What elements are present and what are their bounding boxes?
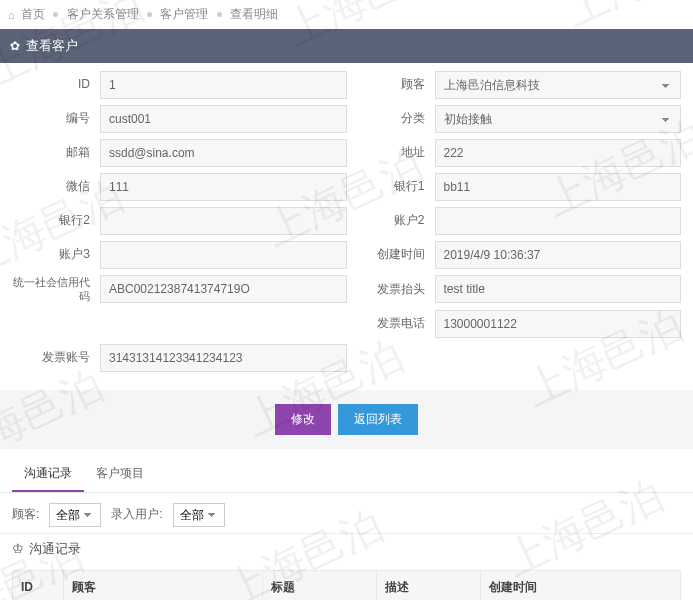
filter-consultant-select[interactable]: 全部 xyxy=(49,503,101,527)
input-email[interactable] xyxy=(100,139,347,167)
filter-user-label: 录入用户: xyxy=(111,506,162,523)
input-uscc[interactable] xyxy=(100,275,347,303)
th-created[interactable]: 创建时间 xyxy=(480,570,680,600)
th-desc[interactable]: 描述 xyxy=(377,570,481,600)
input-invoice-title[interactable] xyxy=(435,275,682,303)
input-bank2[interactable] xyxy=(100,207,347,235)
breadcrumb: ⌂ 首页 客户关系管理 客户管理 查看明细 xyxy=(0,0,693,29)
table-header-row: ID 顾客 标题 描述 创建时间 xyxy=(13,570,681,600)
input-wechat[interactable] xyxy=(100,173,347,201)
label-email: 邮箱 xyxy=(12,145,100,161)
filter-bar: 顾客: 全部 录入用户: 全部 xyxy=(0,493,693,533)
separator-icon xyxy=(217,12,222,17)
input-bank1[interactable] xyxy=(435,173,682,201)
label-acct2: 账户2 xyxy=(347,213,435,229)
select-category[interactable]: 初始接触 xyxy=(435,105,682,133)
home-icon: ⌂ xyxy=(8,9,15,21)
input-address[interactable] xyxy=(435,139,682,167)
th-id[interactable]: ID xyxy=(13,570,64,600)
label-acct3: 账户3 xyxy=(12,247,100,263)
input-invoice-phone[interactable] xyxy=(435,310,682,338)
input-acct3[interactable] xyxy=(100,241,347,269)
input-acct2[interactable] xyxy=(435,207,682,235)
separator-icon xyxy=(53,12,58,17)
label-id: ID xyxy=(12,77,100,93)
label-created: 创建时间 xyxy=(347,247,435,263)
back-button[interactable]: 返回列表 xyxy=(338,404,418,435)
label-code: 编号 xyxy=(12,111,100,127)
form-area: ID 顾客 上海邑泊信息科技 编号 分类 初始接触 邮箱 地址 微信 xyxy=(0,63,693,384)
separator-icon xyxy=(147,12,152,17)
input-id[interactable] xyxy=(100,71,347,99)
communication-table: ID 顾客 标题 描述 创建时间 1 上海邑泊信息科技 cccccccc ccc… xyxy=(12,570,681,600)
label-invoice-phone: 发票电话 xyxy=(347,316,435,332)
th-consultant[interactable]: 顾客 xyxy=(64,570,263,600)
label-address: 地址 xyxy=(347,145,435,161)
label-invoice-acct: 发票账号 xyxy=(12,350,100,366)
crumb-crm[interactable]: 客户关系管理 xyxy=(67,7,139,21)
tab-bar: 沟通记录 客户项目 xyxy=(0,457,693,493)
panel-title: 查看客户 xyxy=(26,37,78,55)
edit-button[interactable]: 修改 xyxy=(275,404,331,435)
input-code[interactable] xyxy=(100,105,347,133)
label-bank1: 银行1 xyxy=(347,179,435,195)
label-uscc: 统一社会信用代码 xyxy=(12,275,100,304)
action-bar: 修改 返回列表 xyxy=(0,390,693,449)
tab-project[interactable]: 客户项目 xyxy=(84,457,156,492)
select-consultant[interactable]: 上海邑泊信息科技 xyxy=(435,71,682,99)
subsection-title: 沟通记录 xyxy=(29,540,81,558)
label-bank2: 银行2 xyxy=(12,213,100,229)
label-invoice-title: 发票抬头 xyxy=(347,282,435,298)
list-icon: ♔ xyxy=(12,541,24,556)
label-category: 分类 xyxy=(347,111,435,127)
th-title[interactable]: 标题 xyxy=(262,570,376,600)
input-created[interactable] xyxy=(435,241,682,269)
tab-communication[interactable]: 沟通记录 xyxy=(12,457,84,492)
panel-header: ✿ 查看客户 xyxy=(0,29,693,63)
subsection-header: ♔ 沟通记录 xyxy=(0,533,693,564)
crumb-detail: 查看明细 xyxy=(230,7,278,21)
filter-user-select[interactable]: 全部 xyxy=(173,503,225,527)
crumb-mgmt[interactable]: 客户管理 xyxy=(160,7,208,21)
filter-consultant-label: 顾客: xyxy=(12,506,39,523)
label-consultant: 顾客 xyxy=(347,77,435,93)
label-wechat: 微信 xyxy=(12,179,100,195)
crumb-home[interactable]: 首页 xyxy=(21,7,45,21)
input-invoice-acct[interactable] xyxy=(100,344,347,372)
gear-icon: ✿ xyxy=(10,39,20,53)
